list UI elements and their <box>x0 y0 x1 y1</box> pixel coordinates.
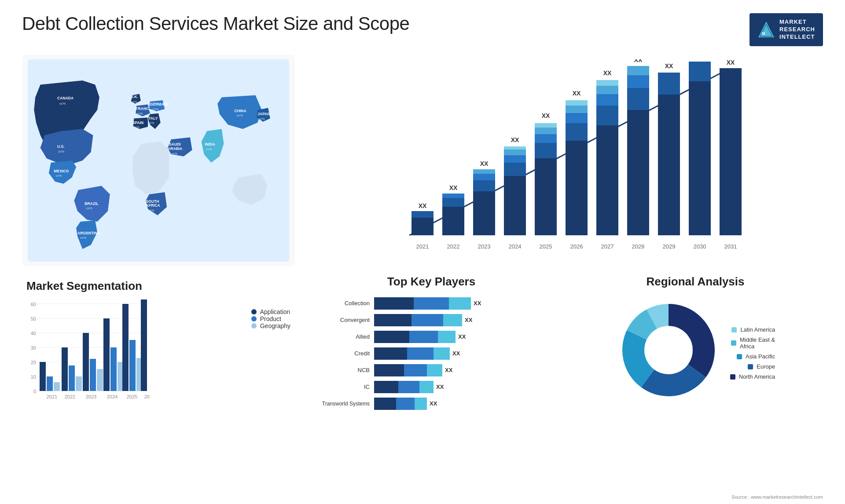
svg-rect-74 <box>596 125 618 235</box>
svg-rect-88 <box>658 95 680 235</box>
svg-text:2022: 2022 <box>65 394 75 399</box>
page-title: Debt Collection Services Market Size and… <box>22 13 409 34</box>
growth-chart-section: XX 2021 XX 2022 XX 2023 <box>304 55 823 266</box>
legend-north-america: North America <box>730 373 775 380</box>
svg-text:2026: 2026 <box>570 243 583 250</box>
main-content: CANADA xx% U.S. xx% MEXICO xx% BRAZIL xx… <box>22 55 823 486</box>
svg-text:2029: 2029 <box>663 243 676 250</box>
svg-rect-47 <box>473 191 495 235</box>
svg-text:XX: XX <box>449 184 458 191</box>
bottom-right-panels: Top Key Players Collection XX Convergent <box>304 275 823 486</box>
svg-text:xx%: xx% <box>80 236 87 240</box>
legend-product: Product <box>251 315 290 322</box>
key-players-title: Top Key Players <box>312 275 550 289</box>
svg-rect-117 <box>69 365 75 391</box>
svg-text:CHINA: CHINA <box>235 108 246 113</box>
svg-text:XX: XX <box>511 136 519 143</box>
svg-text:xx%: xx% <box>171 151 178 155</box>
svg-rect-89 <box>658 73 680 95</box>
svg-rect-61 <box>535 143 557 158</box>
svg-text:2021: 2021 <box>47 394 57 399</box>
svg-rect-38 <box>411 218 434 235</box>
svg-text:2023: 2023 <box>478 243 491 250</box>
svg-rect-56 <box>504 150 526 155</box>
svg-rect-50 <box>473 169 495 174</box>
svg-rect-53 <box>504 176 526 235</box>
svg-text:JAPAN: JAPAN <box>257 112 270 116</box>
svg-text:INDIA: INDIA <box>205 142 215 146</box>
regional-section: Regional Analysis <box>568 275 823 486</box>
svg-text:xx%: xx% <box>136 111 143 115</box>
svg-text:2028: 2028 <box>632 243 645 250</box>
segmentation-legend: Application Product Geography <box>251 299 290 329</box>
logo-icon: M <box>757 21 775 38</box>
svg-text:BRAZIL: BRAZIL <box>84 201 99 205</box>
svg-rect-69 <box>566 113 588 123</box>
svg-text:XX: XX <box>419 202 427 209</box>
svg-text:MEXICO: MEXICO <box>54 169 69 173</box>
svg-text:xx%: xx% <box>131 99 137 103</box>
svg-rect-92 <box>689 81 711 235</box>
svg-text:xx%: xx% <box>148 208 154 212</box>
legend-middle-east-africa: Middle East &Africa <box>731 336 775 350</box>
svg-text:xx%: xx% <box>258 117 265 121</box>
svg-text:SOUTH: SOUTH <box>146 199 159 204</box>
svg-text:xx%: xx% <box>133 125 140 129</box>
svg-rect-83 <box>627 75 649 88</box>
growth-chart: XX 2021 XX 2022 XX 2023 <box>312 59 814 253</box>
svg-text:10: 10 <box>31 374 36 380</box>
svg-rect-77 <box>596 86 618 94</box>
svg-rect-76 <box>596 94 618 106</box>
legend-application: Application <box>251 308 290 315</box>
key-players-section: Top Key Players Collection XX Convergent <box>304 275 559 486</box>
svg-text:xx%: xx% <box>59 101 66 105</box>
svg-rect-118 <box>76 376 82 391</box>
player-row: IC XX <box>312 381 550 393</box>
svg-text:xx%: xx% <box>152 107 159 111</box>
svg-rect-116 <box>62 347 68 391</box>
svg-text:SPAIN: SPAIN <box>132 120 144 124</box>
legend-geography: Geography <box>251 322 290 329</box>
svg-rect-96 <box>720 68 742 235</box>
svg-text:U.S.: U.S. <box>57 144 65 149</box>
svg-rect-82 <box>627 88 649 110</box>
svg-text:xx%: xx% <box>58 149 65 153</box>
segmentation-section: Market Segmentation 60 50 40 30 20 10 0 <box>22 275 295 486</box>
logo: M MARKET RESEARCH INTELLECT <box>749 13 823 46</box>
svg-text:xx%: xx% <box>148 121 154 124</box>
svg-text:XX: XX <box>727 59 735 66</box>
svg-text:2027: 2027 <box>601 243 614 250</box>
svg-text:2023: 2023 <box>86 394 96 399</box>
svg-text:ARGENTINA: ARGENTINA <box>77 230 100 235</box>
svg-text:2025: 2025 <box>540 243 552 250</box>
logo-text: MARKET RESEARCH INTELLECT <box>779 18 815 41</box>
svg-text:XX: XX <box>634 59 643 63</box>
svg-text:xx%: xx% <box>206 147 212 151</box>
svg-text:ITALY: ITALY <box>147 116 158 121</box>
svg-text:2024: 2024 <box>509 243 522 250</box>
svg-text:2022: 2022 <box>447 243 460 250</box>
source-text: Source : www.marketresearchintellect.com <box>731 494 823 500</box>
regional-title: Regional Analysis <box>572 275 819 289</box>
svg-rect-132 <box>141 299 147 391</box>
segmentation-title: Market Segmentation <box>26 279 290 293</box>
svg-text:SAUDI: SAUDI <box>169 142 181 146</box>
svg-rect-113 <box>47 376 53 391</box>
svg-rect-78 <box>596 80 618 86</box>
svg-rect-60 <box>535 158 557 235</box>
svg-rect-114 <box>54 382 60 391</box>
svg-text:M: M <box>762 31 765 36</box>
svg-text:40: 40 <box>31 331 36 336</box>
svg-rect-129 <box>129 340 136 391</box>
svg-text:XX: XX <box>542 112 550 119</box>
player-row: Convergent XX <box>312 314 550 326</box>
legend-latin-america: Latin America <box>731 326 775 333</box>
svg-rect-64 <box>535 123 557 128</box>
svg-rect-121 <box>90 359 96 391</box>
player-row: Allied XX <box>312 331 550 343</box>
svg-text:GERMANY: GERMANY <box>150 102 169 106</box>
svg-rect-128 <box>122 304 129 391</box>
svg-rect-54 <box>504 163 526 176</box>
svg-text:50: 50 <box>31 316 36 321</box>
svg-text:XX: XX <box>480 160 489 167</box>
